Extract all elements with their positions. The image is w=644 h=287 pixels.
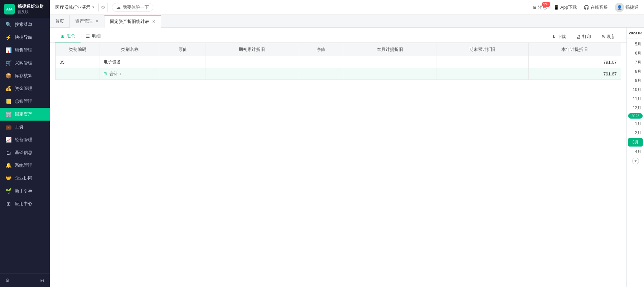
sidebar-item-label-ledger: 总账管理 [15, 98, 32, 104]
sidebar-item-system[interactable]: 🔔系统管理 [0, 159, 50, 172]
download-icon: ⬇ [552, 34, 556, 39]
sidebar-item-inventory[interactable]: 📦库存核算 [0, 69, 50, 82]
system-icon: 🔔 [5, 162, 11, 168]
sidebar-nav: 🔍搜索菜单⚡快捷导航📊销售管理🛒采购管理📦库存核算💰资金管理📒总账管理🏢固定资产… [0, 18, 50, 273]
year-2023-badge[interactable]: 2023 [628, 113, 643, 119]
cal-month-6[interactable]: 6月 [627, 49, 644, 58]
avatar: 👤 [615, 3, 624, 12]
tab-asset-mgmt[interactable]: 资产管理 ✕ [70, 15, 104, 28]
cal-month-3-active[interactable]: 3月 [628, 138, 643, 147]
tab-depreciation-report-label: 固定资产折旧统计表 [110, 19, 149, 25]
tab-home[interactable]: 首页 [50, 15, 70, 28]
cell-name: 电子设备 [99, 56, 160, 68]
tab-depreciation-report[interactable]: 固定资产折旧统计表 ✕ [104, 15, 161, 28]
page-content: ⊞ 汇总 ☰ 明细 ⬇ 下载 🖨 打印 [50, 28, 626, 287]
service-button[interactable]: 🎧 在线客服 [584, 4, 608, 10]
th-net: 净值 [298, 43, 344, 56]
tab-depreciation-report-close[interactable]: ✕ [152, 20, 155, 24]
th-original: 原值 [160, 43, 206, 56]
cal-month-10[interactable]: 10月 [627, 85, 644, 94]
download-btn[interactable]: ⬇ 下载 [549, 32, 569, 41]
cal-month-12[interactable]: 12月 [627, 103, 644, 113]
sub-tab-summary[interactable]: ⊞ 汇总 [55, 31, 81, 42]
cal-month-2[interactable]: 2月 [627, 128, 644, 137]
panel-close-button[interactable]: ✕ [642, 30, 644, 36]
sidebar-item-label-payroll: 工资 [15, 124, 24, 130]
sidebar-item-purchase[interactable]: 🛒采购管理 [0, 57, 50, 69]
sub-tabs: ⊞ 汇总 ☰ 明细 ⬇ 下载 🖨 打印 [50, 28, 626, 43]
sidebar-settings-button[interactable]: ⚙ [4, 276, 11, 284]
cal-month-1[interactable]: 1月 [627, 119, 644, 128]
fixed-assets-icon: 🏢 [5, 111, 11, 117]
sidebar-collapse-button[interactable]: ⏮ [38, 276, 46, 284]
cal-month-8[interactable]: 8月 [627, 67, 644, 76]
company-name: 医疗器械行业演示 [55, 4, 90, 10]
experience-label: 我要体验一下 [123, 4, 149, 10]
sidebar-item-basic-info[interactable]: 🗂基础信息 [0, 146, 50, 159]
right-panel: 2023.03 ✕ ⤢ 5月 6月 7月 8月 9月 10月 11月 12月 2… [626, 28, 644, 287]
current-date-label: 2023.03 [629, 31, 642, 35]
notifications-button[interactable]: 🖥 消息 99+ [532, 4, 547, 10]
experience-button[interactable]: ☁ 我要体验一下 [112, 3, 153, 12]
sidebar-item-label-purchase: 采购管理 [15, 60, 32, 66]
depreciation-table: 类别编码 类别名称 原值 期初累计折旧 净值 本月计提折旧 期末累计折旧 本年计… [55, 43, 621, 80]
topbar: 医疗器械行业演示 ▾ ⚙ ☁ 我要体验一下 🖥 消息 99+ 📱 App下载 🎧… [50, 0, 644, 15]
sidebar-item-sales[interactable]: 📊销售管理 [0, 44, 50, 57]
sidebar-item-quicknav[interactable]: ⚡快捷导航 [0, 31, 50, 44]
search-icon: 🔍 [5, 22, 11, 28]
sidebar-item-payroll[interactable]: 💼工资 [0, 121, 50, 133]
sidebar-item-label-enterprise: 企业协同 [15, 175, 32, 181]
sidebar-item-ledger[interactable]: 📒总账管理 [0, 95, 50, 108]
cal-month-11[interactable]: 11月 [627, 94, 644, 103]
sidebar-item-enterprise[interactable]: 🤝企业协同 [0, 172, 50, 185]
cal-month-9[interactable]: 9月 [627, 76, 644, 85]
purchase-icon: 🛒 [5, 60, 11, 66]
main-area: 医疗器械行业演示 ▾ ⚙ ☁ 我要体验一下 🖥 消息 99+ 📱 App下载 🎧… [50, 0, 644, 287]
inventory-icon: 📦 [5, 73, 11, 79]
tab-asset-mgmt-close[interactable]: ✕ [95, 19, 99, 23]
cal-month-7[interactable]: 7月 [627, 58, 644, 67]
th-name: 类别名称 [99, 43, 160, 56]
tabs-bar: 首页 资产管理 ✕ 固定资产折旧统计表 ✕ [50, 15, 644, 28]
sidebar-item-operations[interactable]: 📈经营管理 [0, 133, 50, 146]
calendar-down-icon[interactable]: ▾ [632, 158, 639, 164]
app-title: 畅捷通好业财 [18, 3, 44, 9]
operations-icon: 📈 [5, 137, 11, 143]
cal-month-4[interactable]: 4月 [627, 147, 644, 156]
sidebar-footer: ⚙ ⏮ [0, 273, 50, 287]
total-year-dep: 791.67 [528, 68, 621, 80]
finance-icon: 💰 [5, 86, 11, 92]
sub-tab-detail[interactable]: ☰ 明细 [81, 31, 106, 42]
th-period-end: 期末累计折旧 [436, 43, 528, 56]
sidebar-item-fixed-assets[interactable]: 🏢固定资产 [0, 108, 50, 121]
company-selector[interactable]: 医疗器械行业演示 ▾ [55, 4, 94, 10]
print-icon: 🖨 [577, 34, 581, 39]
cloud-icon: ☁ [116, 5, 121, 10]
quicknav-icon: ⚡ [5, 34, 11, 40]
cal-month-5[interactable]: 5月 [627, 40, 644, 49]
refresh-btn[interactable]: ↻ 刷新 [599, 32, 618, 41]
settings-button[interactable]: ⚙ [98, 3, 108, 12]
payroll-icon: 💼 [5, 124, 11, 130]
sidebar-item-label-apps: 应用中心 [15, 201, 32, 207]
download-button[interactable]: 📱 App下载 [554, 4, 577, 10]
apps-icon: ⊞ [5, 201, 11, 207]
sidebar-item-search[interactable]: 🔍搜索菜单 [0, 18, 50, 31]
calendar-list: 5月 6月 7月 8月 9月 10月 11月 12月 2023 1月 2月 3月… [627, 38, 644, 287]
bell-icon: 🖥 [532, 5, 537, 10]
user-menu[interactable]: 👤 畅捷通 [615, 3, 639, 12]
home-label: 首页 [55, 18, 64, 24]
tab-asset-mgmt-label: 资产管理 [75, 18, 93, 24]
basic-info-icon: 🗂 [5, 150, 11, 156]
th-code: 类别编码 [56, 43, 99, 56]
print-btn[interactable]: 🖨 打印 [574, 32, 594, 41]
sidebar-item-finance[interactable]: 💰资金管理 [0, 82, 50, 95]
sidebar-item-guide[interactable]: 🌱新手引导 [0, 185, 50, 197]
refresh-icon: ↻ [602, 34, 606, 39]
sidebar-item-apps[interactable]: ⊞应用中心 [0, 197, 50, 210]
right-panel-header: 2023.03 ✕ ⤢ [627, 28, 644, 38]
refresh-btn-label: 刷新 [607, 34, 616, 40]
download-btn-label: 下载 [557, 34, 566, 40]
sidebar-item-label-basic-info: 基础信息 [15, 150, 32, 156]
app-subtitle: 普及版 [18, 9, 44, 14]
